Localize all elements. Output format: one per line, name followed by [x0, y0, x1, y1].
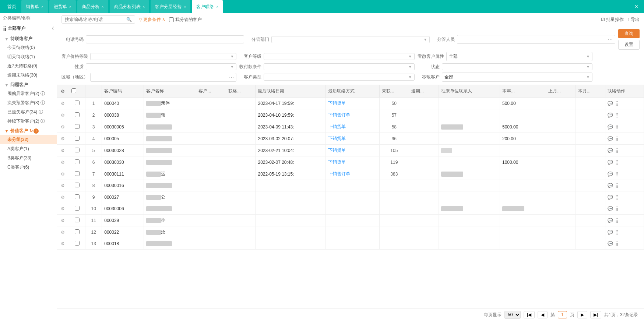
- chat-icon[interactable]: 💬: [608, 230, 613, 235]
- chat-icon[interactable]: 💬: [608, 160, 613, 165]
- sidebar-item-today[interactable]: 今天待联络(0): [0, 43, 57, 52]
- nav-home[interactable]: 首页: [3, 0, 21, 13]
- cell-checkbox[interactable]: [69, 133, 85, 145]
- window-close-button[interactable]: ×: [632, 3, 641, 10]
- cell-action[interactable]: 💬 ⣿: [605, 180, 644, 191]
- col-overdue[interactable]: 逾期...: [409, 85, 439, 98]
- sidebar-group-pending[interactable]: ▼ 待联络客户: [0, 34, 57, 43]
- nav-tab-customer-mgmt[interactable]: 客户分层经营 ×: [151, 0, 190, 13]
- cell-action[interactable]: 💬 ⣿: [605, 121, 644, 133]
- col-this-month[interactable]: 本月...: [576, 85, 605, 98]
- nature-select[interactable]: ▼: [86, 63, 236, 70]
- cell-gear[interactable]: ⚙: [57, 98, 69, 109]
- row-checkbox[interactable]: [75, 229, 80, 234]
- sidebar-item-abnormal[interactable]: 囤购异常客户(2) ⓘ: [0, 89, 57, 98]
- cell-last-method[interactable]: 下销货单: [325, 145, 379, 156]
- grid-action-icon[interactable]: ⣿: [615, 218, 619, 223]
- sidebar-item-ungrouped[interactable]: 未分组(32): [0, 135, 57, 144]
- method-link[interactable]: 下销货单: [328, 100, 346, 106]
- reset-button[interactable]: 设置: [618, 40, 640, 50]
- cell-checkbox[interactable]: [69, 180, 85, 191]
- cell-action[interactable]: 💬 ⣿: [605, 215, 644, 226]
- chat-icon[interactable]: 💬: [608, 172, 613, 177]
- nav-tab-purchase[interactable]: 进货单 ×: [49, 0, 76, 13]
- tab-close-analysis[interactable]: ×: [102, 5, 104, 9]
- sidebar-group-problem[interactable]: ▼ 问题客户: [0, 80, 57, 89]
- sidebar-item-class-b[interactable]: B类客户(33): [0, 154, 57, 163]
- cell-checkbox[interactable]: [69, 191, 85, 203]
- row-checkbox[interactable]: [75, 206, 80, 211]
- sidebar-item-tomorrow[interactable]: 明天待联络(1): [0, 52, 57, 61]
- row-checkbox[interactable]: [75, 148, 80, 152]
- cell-checkbox[interactable]: [69, 145, 85, 156]
- cell-last-method[interactable]: 下销货单: [325, 156, 379, 168]
- row-checkbox[interactable]: [75, 241, 80, 246]
- grid-action-icon[interactable]: ⣿: [615, 113, 619, 118]
- cell-checkbox[interactable]: [69, 203, 85, 215]
- row-checkbox[interactable]: [75, 112, 80, 117]
- grid-action-icon[interactable]: ⣿: [615, 183, 619, 188]
- cell-last-method[interactable]: [325, 191, 379, 203]
- cell-checkbox[interactable]: [69, 238, 85, 250]
- cell-action[interactable]: 💬 ⣿: [605, 238, 644, 250]
- cell-last-method[interactable]: 下销货单: [325, 98, 379, 109]
- page-size-select[interactable]: 50: [504, 311, 521, 319]
- region-more[interactable]: ···: [229, 74, 234, 80]
- cell-action[interactable]: 💬 ⣿: [605, 109, 644, 121]
- row-checkbox[interactable]: [75, 171, 80, 176]
- col-type[interactable]: 客户...: [196, 85, 226, 98]
- first-page-btn[interactable]: |◀: [524, 311, 535, 318]
- cell-gear[interactable]: ⚙: [57, 226, 69, 238]
- cell-last-method[interactable]: 下销售订单: [325, 168, 379, 180]
- col-action[interactable]: 联络动作: [605, 85, 644, 98]
- col-checkbox[interactable]: [69, 85, 85, 98]
- select-all-checkbox[interactable]: [71, 88, 76, 93]
- my-customers-checkbox[interactable]: 我分管的客户: [169, 17, 202, 23]
- cell-gear[interactable]: ⚙: [57, 109, 69, 121]
- cell-gear[interactable]: ⚙: [57, 156, 69, 168]
- cell-action[interactable]: 💬 ⣿: [605, 133, 644, 145]
- main-search-input[interactable]: [65, 17, 125, 22]
- row-checkbox[interactable]: [75, 218, 80, 222]
- region-select[interactable]: ···: [90, 73, 236, 82]
- cell-gear[interactable]: ⚙: [57, 180, 69, 191]
- method-link[interactable]: 下销货单: [328, 159, 346, 165]
- nav-tab-analysis-list[interactable]: 商品分析列表 ×: [110, 0, 149, 13]
- chat-icon[interactable]: 💬: [608, 206, 613, 211]
- chat-icon[interactable]: 💬: [608, 218, 613, 223]
- cell-checkbox[interactable]: [69, 215, 85, 226]
- cell-action[interactable]: 💬 ⣿: [605, 168, 644, 180]
- cell-last-method[interactable]: 下销货单: [325, 121, 379, 133]
- sidebar-item-churn-warning[interactable]: 流失预警客户(3) ⓘ: [0, 98, 57, 107]
- cell-last-method[interactable]: [325, 203, 379, 215]
- grid-action-icon[interactable]: ⣿: [615, 230, 619, 235]
- method-link[interactable]: 下销货单: [328, 136, 346, 141]
- customer-level-select[interactable]: ▼: [264, 53, 414, 60]
- sidebar-item-overdue[interactable]: 逾期未联络(30): [0, 71, 57, 80]
- sidebar-item-churned[interactable]: 已流失客户(24) ⓘ: [0, 107, 57, 117]
- col-not-contacted[interactable]: 未联...: [379, 85, 409, 98]
- sidebar-item-class-c[interactable]: C类客户(6): [0, 163, 57, 172]
- col-code[interactable]: 客户编码: [102, 85, 144, 98]
- chat-icon[interactable]: 💬: [608, 113, 613, 118]
- grid-action-icon[interactable]: ⣿: [615, 148, 619, 153]
- cell-last-method[interactable]: 下销售订单: [325, 109, 379, 121]
- grid-action-icon[interactable]: ⣿: [615, 206, 619, 211]
- phone-input[interactable]: [86, 35, 244, 43]
- cell-last-method[interactable]: [325, 215, 379, 226]
- cell-checkbox[interactable]: [69, 156, 85, 168]
- row-checkbox[interactable]: [75, 159, 80, 164]
- tab-close-customer-mgmt[interactable]: ×: [184, 5, 186, 9]
- cell-gear[interactable]: ⚙: [57, 145, 69, 156]
- cell-action[interactable]: 💬 ⣿: [605, 191, 644, 203]
- tab-close-purchase[interactable]: ×: [69, 5, 71, 9]
- cell-gear[interactable]: ⚙: [57, 121, 69, 133]
- status-select[interactable]: ▼: [442, 63, 592, 70]
- last-page-btn[interactable]: ▶|: [590, 311, 601, 318]
- cell-checkbox[interactable]: [69, 98, 85, 109]
- chat-icon[interactable]: 💬: [608, 124, 613, 130]
- sidebar-group-value[interactable]: ▼ 价值客户 ↻ !: [0, 126, 57, 135]
- tab-close-analysis-list[interactable]: ×: [143, 5, 145, 9]
- row-checkbox[interactable]: [75, 124, 80, 129]
- cell-last-method[interactable]: [325, 180, 379, 191]
